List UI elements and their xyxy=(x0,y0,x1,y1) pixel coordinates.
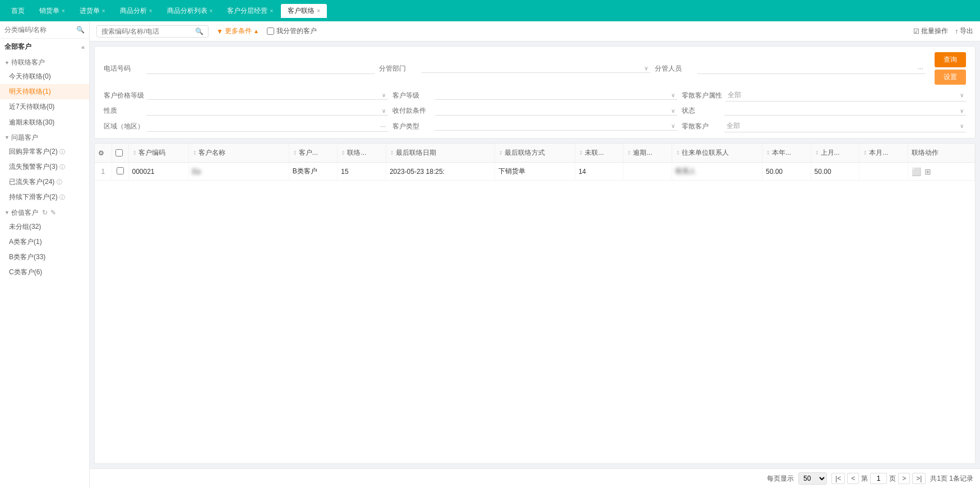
retail-select[interactable]: 全部 ∨ xyxy=(724,120,966,132)
next-page-btn[interactable]: > xyxy=(898,473,910,484)
row-last-method-value[interactable]: 下销货单 xyxy=(498,167,525,175)
sidebar-item-class-a[interactable]: A类客户(1) xyxy=(0,234,89,250)
th-checkbox xyxy=(112,144,128,163)
retail-attr-select[interactable]: 全部 ∨ xyxy=(725,89,966,102)
export-btn[interactable]: ↑ 导出 xyxy=(955,26,973,36)
nav-sales[interactable]: 销货单 × xyxy=(33,4,72,18)
customer-type-select[interactable]: ∨ xyxy=(435,122,677,131)
sidebar-item-class-c[interactable]: C类客户(6) xyxy=(0,265,89,280)
retail-value: 全部 xyxy=(727,121,740,131)
retail-attr-chevron-icon: ∨ xyxy=(960,92,964,98)
nav-purchase-close[interactable]: × xyxy=(102,8,105,14)
th-code-sort: ⇕ xyxy=(132,150,137,156)
per-page-select[interactable]: 50 100 200 xyxy=(798,472,827,485)
sidebar-item-churned[interactable]: 已流失客户(24) ⓘ xyxy=(0,174,89,190)
person-select[interactable]: ··· xyxy=(697,63,926,74)
th-action-label: 联络动作 xyxy=(912,148,939,158)
nav-analysis-close[interactable]: × xyxy=(149,8,152,14)
th-last-date: ⇕ 最后联络日期 xyxy=(386,144,494,163)
row-name-value: Ea xyxy=(192,168,201,176)
sidebar-problem-group-label: 问题客户 xyxy=(11,133,38,142)
nav-sales-close[interactable]: × xyxy=(62,8,65,14)
th-overdue-label: 逾期... xyxy=(633,148,652,158)
prev-page-btn[interactable]: < xyxy=(847,473,859,484)
top-nav: 首页 销货单 × 进货单 × 商品分析 × 商品分析列表 × 客户分层经营 × … xyxy=(0,0,980,21)
query-button[interactable]: 查询 xyxy=(935,52,966,67)
action-icons: ⬜ ⊞ xyxy=(912,167,971,176)
th-unit-contact-sort: ⇕ xyxy=(676,150,680,156)
sidebar-search-icon[interactable]: 🔍 xyxy=(76,26,85,34)
sidebar-item-repurchase-abnormal[interactable]: 回购异常客户(2) ⓘ xyxy=(0,144,89,159)
question-icon-1: ⓘ xyxy=(59,149,65,155)
row-type: B类客户 xyxy=(289,163,338,181)
status-chevron-icon: ∨ xyxy=(960,108,964,114)
value-refresh-icon[interactable]: ↻ xyxy=(42,209,48,217)
sidebar-item-declining[interactable]: 持续下滑客户(2) ⓘ xyxy=(0,190,89,205)
settings-icon[interactable]: ⚙ xyxy=(98,149,104,157)
set-button[interactable]: 设置 xyxy=(935,70,966,85)
area-select[interactable]: ··· xyxy=(147,121,388,132)
sidebar-item-churn-warning[interactable]: 流失预警客户(3) ⓘ xyxy=(0,159,89,174)
sidebar-search-input[interactable] xyxy=(4,26,74,34)
filter-more-btn[interactable]: ▼ 更多条件 ▲ xyxy=(213,25,262,38)
nav-customer-tier-close[interactable]: × xyxy=(270,8,273,14)
row-last-month-value: 50.00 xyxy=(815,168,831,176)
th-code-label: 客户编码 xyxy=(138,148,165,158)
nature-select[interactable]: ∨ xyxy=(146,107,388,116)
last-page-btn[interactable]: >| xyxy=(912,473,926,484)
status-select[interactable]: ∨ xyxy=(724,107,966,116)
sidebar-item-overdue[interactable]: 逾期未联络(30) xyxy=(0,115,89,130)
search-wrap: 🔍 xyxy=(96,25,209,38)
nav-analysis-list-close[interactable]: × xyxy=(210,8,213,14)
th-this-month-sort: ⇕ xyxy=(863,150,867,156)
search-icon[interactable]: 🔍 xyxy=(195,27,204,35)
row-not-contacted: 14 xyxy=(575,163,623,181)
toolbar-right: ☑ 批量操作 ↑ 导出 xyxy=(913,26,973,36)
row-last-date-value: 2023-05-23 18:25: xyxy=(390,168,445,176)
nav-customer-contact[interactable]: 客户联络 × xyxy=(281,4,327,18)
payment-select[interactable]: ∨ xyxy=(435,107,677,116)
action-icon-1[interactable]: ⬜ xyxy=(912,167,921,176)
sidebar-pending-group-label: 待联络客户 xyxy=(11,58,45,67)
phone-input[interactable] xyxy=(146,63,375,74)
area-dots-icon[interactable]: ··· xyxy=(380,122,386,130)
th-last-month: ⇕ 上月... xyxy=(811,144,859,163)
my-customers-checkbox[interactable] xyxy=(267,27,274,35)
sidebar-item-class-b[interactable]: B类客户(33) xyxy=(0,250,89,265)
sidebar-item-ungrouped[interactable]: 未分组(32) xyxy=(0,219,89,234)
nav-customer-tier[interactable]: 客户分层经营 × xyxy=(220,4,280,18)
customer-level-select[interactable]: ∨ xyxy=(435,91,677,100)
select-all-checkbox[interactable] xyxy=(115,149,123,156)
filter-customer-type: 客户类型 ∨ xyxy=(392,122,677,131)
toolbar: 🔍 ▼ 更多条件 ▲ 我分管的客户 ☑ 批量操作 ↑ 导出 xyxy=(90,21,980,42)
nav-analysis-list[interactable]: 商品分析列表 × xyxy=(160,4,220,18)
page-input[interactable] xyxy=(870,473,887,484)
dept-select[interactable]: ∨ xyxy=(422,64,650,73)
nav-analysis[interactable]: 商品分析 × xyxy=(113,4,159,18)
sidebar-item-today[interactable]: 今天待联络(0) xyxy=(0,69,89,84)
person-dots-icon[interactable]: ··· xyxy=(918,65,923,72)
nav-customer-contact-close[interactable]: × xyxy=(317,8,320,14)
action-icon-2[interactable]: ⊞ xyxy=(924,167,931,176)
nav-home[interactable]: 首页 xyxy=(4,4,31,18)
table-row: 1 000021 Ea B类客户 xyxy=(95,163,975,181)
th-last-date-sort: ⇕ xyxy=(390,150,394,156)
th-not-contacted-sort: ⇕ xyxy=(579,150,583,156)
sidebar-all-customers-label: 全部客户 xyxy=(4,42,31,52)
my-customers-toggle[interactable]: 我分管的客户 xyxy=(267,26,317,36)
sidebar-value-group: 价值客户 ↻ ✎ xyxy=(0,205,89,219)
sidebar-all-customers[interactable]: 全部客户 « xyxy=(0,39,89,55)
sidebar-item-7days[interactable]: 近7天待联络(0) xyxy=(0,99,89,114)
row-checkbox[interactable] xyxy=(117,167,124,174)
batch-btn[interactable]: ☑ 批量操作 xyxy=(913,26,948,36)
first-page-btn[interactable]: |< xyxy=(831,473,845,484)
th-last-method: ⇕ 最后联络方式 xyxy=(494,144,575,163)
value-edit-icon[interactable]: ✎ xyxy=(50,209,56,217)
nature-label: 性质 xyxy=(104,106,143,116)
sidebar-item-tomorrow[interactable]: 明天待联络(1) xyxy=(0,84,89,99)
per-page-label: 每页显示 xyxy=(767,474,794,484)
search-input[interactable] xyxy=(101,27,193,35)
nav-purchase[interactable]: 进货单 × xyxy=(73,4,112,18)
filter-row-4: 区域（地区） ··· 客户类型 ∨ 零散客户 全部 xyxy=(104,120,966,132)
price-level-select[interactable]: ∨ xyxy=(147,91,388,100)
